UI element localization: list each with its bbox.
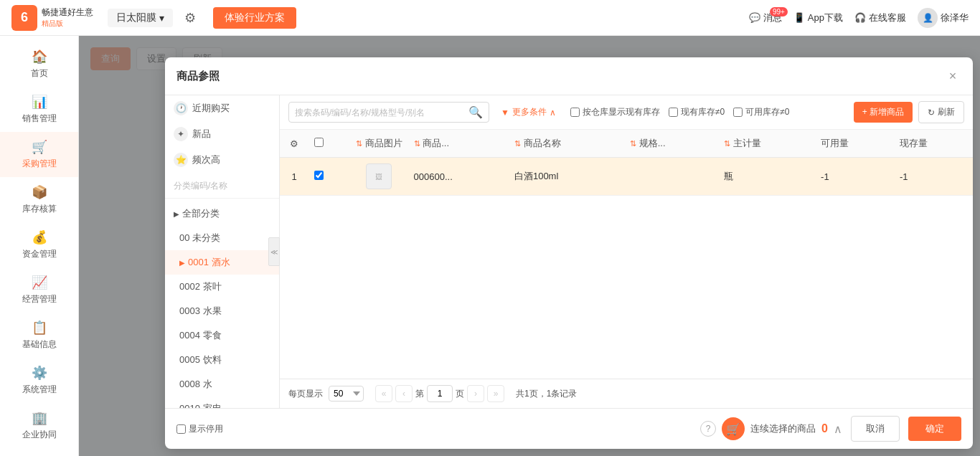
category-item-0001[interactable]: ▶ 0001 酒水: [165, 250, 279, 275]
available-stock-checkbox[interactable]: 可用库存≠0: [733, 106, 789, 118]
sidebar-item-purchase[interactable]: 🛒 采购管理: [0, 132, 78, 177]
category-item-00[interactable]: 00 未分类: [165, 226, 279, 250]
row-no: 1: [280, 158, 308, 196]
prev-page-button[interactable]: ‹: [395, 385, 413, 402]
category-search-input[interactable]: [174, 181, 281, 191]
category-item-0004[interactable]: 0004 零食: [165, 323, 279, 348]
row-checkbox-cell[interactable]: [308, 158, 350, 196]
category-item-0002[interactable]: 0002 茶叶: [165, 275, 279, 299]
modal-footer: 显示停用 ? 🛒 连续选择的商品 0 ∧ 取消 确定: [165, 408, 973, 449]
footer-cart: ? 🛒 连续选择的商品 0 ∧: [700, 417, 842, 440]
quick-links: 🕐 近期购买 ✦ 新品 ⭐ 频次高: [165, 95, 279, 173]
by-warehouse-checkbox[interactable]: 按仓库显示现有库存: [570, 106, 660, 118]
show-disabled-checkbox[interactable]: 显示停用: [176, 423, 223, 435]
modal-close-button[interactable]: ×: [944, 67, 961, 85]
add-product-button[interactable]: + 新增商品: [854, 102, 913, 123]
quick-link-new[interactable]: ✦ 新品: [165, 121, 279, 147]
disabled-checkbox-input[interactable]: [176, 424, 186, 434]
category-item-0003[interactable]: 0003 水果: [165, 299, 279, 323]
settings-icon[interactable]: ⚙: [179, 6, 202, 29]
more-filter-button[interactable]: ▼ 更多条件 ∧: [495, 103, 562, 121]
sidebar-item-inventory[interactable]: 📦 库存核算: [0, 177, 78, 222]
username: 徐泽华: [941, 11, 969, 24]
confirm-button[interactable]: 确定: [908, 417, 961, 441]
right-panel: 🔍 ▼ 更多条件 ∧ 按仓库显示现有库存: [280, 95, 973, 408]
help-icon[interactable]: ?: [700, 421, 716, 437]
cart-collapse-icon[interactable]: ∧: [834, 422, 842, 436]
cart-icon: 🛒: [722, 417, 745, 440]
last-page-button[interactable]: »: [487, 385, 504, 402]
next-page-button[interactable]: ›: [467, 385, 484, 402]
quick-link-recent[interactable]: 🕐 近期购买: [165, 95, 279, 121]
sidebar-item-system[interactable]: ⚙️ 系统管理: [0, 358, 78, 403]
sidebar-item-basics[interactable]: 📋 基础信息: [0, 313, 78, 358]
sidebar-item-operation[interactable]: 📈 经营管理: [0, 267, 78, 313]
store-name: 日太阳膜: [116, 11, 156, 24]
spec-col-header[interactable]: ⇅ 规格...: [624, 130, 718, 158]
per-page-select[interactable]: 50 100 200: [329, 386, 364, 402]
cancel-button[interactable]: 取消: [851, 416, 900, 442]
store-dropdown[interactable]: 日太阳膜 ▾: [108, 9, 173, 27]
sidebar-item-finance[interactable]: 💰 资金管理: [0, 222, 78, 267]
code-col-header[interactable]: ⇅ 商品...: [408, 130, 509, 158]
category-item-0008[interactable]: 0008 水: [165, 372, 279, 396]
logo-icon: 6: [11, 5, 37, 31]
left-panel: 🕐 近期购买 ✦ 新品 ⭐ 频次高 ≪: [165, 95, 280, 408]
product-search-input[interactable]: [295, 108, 466, 118]
filter-label: 更多条件: [512, 106, 547, 118]
name-sort-icon: ⇅: [514, 139, 521, 148]
sidebar-item-sales[interactable]: 📊 销售管理: [0, 87, 78, 132]
row-stock: -1: [894, 158, 973, 196]
has-stock-checkbox[interactable]: 现有库存≠0: [669, 106, 725, 118]
table-header: ⚙ ⇅ 商品图片 ⇅ 商品...: [280, 130, 973, 158]
sidebar-label-finance: 资金管理: [22, 248, 57, 260]
image-col-header[interactable]: ⇅ 商品图片: [350, 130, 408, 158]
brand-sub: 精品版: [42, 19, 93, 28]
user-profile[interactable]: 👤 徐泽华: [918, 8, 969, 28]
trial-button[interactable]: 体验行业方案: [213, 7, 296, 29]
category-label-0008: 0008 水: [179, 378, 212, 391]
table-row[interactable]: 1 🖼 000600... 白酒100ml: [280, 158, 973, 196]
sidebar-label-sales: 销售管理: [22, 113, 57, 125]
content-area: 查询 设置 刷新 商品参照 × 🕐: [79, 36, 980, 456]
headset-icon: 🎧: [854, 12, 866, 23]
message-item[interactable]: 💬 消息 99+: [749, 11, 782, 24]
brand-name: 畅捷通好生意: [42, 7, 93, 19]
row-unit: 瓶: [718, 158, 815, 196]
home-icon: 🏠: [32, 49, 47, 65]
category-item-all[interactable]: ▶ 全部分类: [165, 201, 279, 226]
finance-icon: 💰: [32, 229, 47, 245]
quick-link-frequent[interactable]: ⭐ 频次高: [165, 147, 279, 173]
filter-checkboxes: 按仓库显示现有库存 现有库存≠0 可用库存≠0: [570, 106, 790, 118]
category-label-all: 全部分类: [182, 207, 220, 220]
refresh-icon: ↻: [928, 108, 935, 118]
name-col-header[interactable]: ⇅ 商品名称: [509, 130, 624, 158]
triangle-icon: ▶: [174, 210, 179, 218]
unit-col-header[interactable]: ⇅ 主计量: [718, 130, 815, 158]
collapse-left-panel-button[interactable]: ≪: [268, 237, 280, 266]
sidebar-label-home: 首页: [31, 67, 48, 80]
refresh-button[interactable]: ↻ 刷新: [918, 101, 964, 123]
settings-col-header[interactable]: ⚙: [280, 130, 308, 158]
quick-link-frequent-label: 频次高: [192, 153, 220, 166]
spec-sort-icon: ⇅: [630, 139, 636, 148]
search-icon[interactable]: 🔍: [468, 105, 483, 119]
category-item-0005[interactable]: 0005 饮料: [165, 348, 279, 372]
sidebar-item-enterprise[interactable]: 🏢 企业协同: [0, 403, 78, 448]
logo: 6 畅捷通好生意 精品版: [11, 5, 93, 31]
nav-right: 💬 消息 99+ 📱 App下载 🎧 在线客服 👤 徐泽华: [749, 8, 969, 28]
enterprise-icon: 🏢: [32, 410, 47, 426]
category-label-0001: 0001 酒水: [188, 256, 230, 269]
row-spec: [624, 158, 718, 196]
first-page-button[interactable]: «: [375, 385, 392, 402]
sidebar-item-guide[interactable]: 🆕 新手引导: [0, 448, 78, 456]
page-number-input[interactable]: [427, 385, 453, 402]
checkbox-col-header: [308, 130, 350, 158]
service-item[interactable]: 🎧 在线客服: [854, 11, 906, 24]
category-item-0010[interactable]: 0010 家电: [165, 396, 279, 408]
avatar: 👤: [918, 8, 938, 28]
sidebar-item-home[interactable]: 🏠 首页: [0, 42, 78, 87]
app-download-item[interactable]: 📱 App下载: [793, 11, 843, 24]
row-checkbox[interactable]: [314, 171, 324, 180]
select-all-checkbox[interactable]: [314, 138, 324, 147]
